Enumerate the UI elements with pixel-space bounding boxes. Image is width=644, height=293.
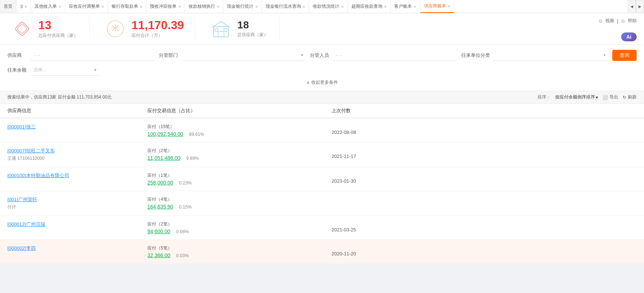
supplier-link-1[interactable]: [000001]张三 <box>7 124 36 130</box>
stat-payable-suppliers: 13 总应付供应商（家） <box>7 18 90 40</box>
stat-total-suppliers-content: 18 总供应商（家） <box>237 20 268 38</box>
nav-tab-receipt-verify[interactable]: 收款核销执行 × <box>185 0 223 13</box>
transaction-info-5: 应付（2笔） 94,600.00 0.08% <box>147 221 332 234</box>
filter-section: 供应商 ··· 分管部门 ▾ 分管人员 ··· 往来单位分类 ▾ <box>0 45 644 91</box>
close-icon[interactable]: × <box>414 4 416 9</box>
filter-balance-placeholder: 选择... <box>34 67 46 73</box>
supplier-link-2[interactable]: [000007]恒旺二手叉车 <box>7 148 55 154</box>
filter-unit-category-input[interactable]: ▾ <box>493 50 609 61</box>
collapse-btn-label: 收起更多条件 <box>311 79 338 86</box>
supplier-code-6: [000002] <box>7 245 26 251</box>
nav-tab-3[interactable]: 3 × <box>17 0 31 13</box>
trans-amount-6[interactable]: 32,366.00 <box>147 252 170 258</box>
stat-total-suppliers-label: 总供应商（家） <box>237 32 268 38</box>
help-link[interactable]: 帮助 <box>628 18 637 24</box>
supplier-link-4[interactable]: [001]广州荣轩 <box>7 197 37 202</box>
store-icon <box>210 18 232 40</box>
close-icon[interactable]: × <box>178 4 181 9</box>
filter-person-dots: ··· <box>336 52 343 59</box>
ai-button[interactable]: Ai <box>621 32 637 41</box>
close-icon[interactable]: × <box>303 4 305 9</box>
supplier-name-3: 本特勤油品有限公司 <box>26 173 69 178</box>
stat-payable-amount: 米 11,170.39 应付合计（万） <box>101 18 195 40</box>
col-header-transaction: 应付交易信息（占比） <box>147 107 332 114</box>
nav-tab-customer-ledger[interactable]: 客户账本 × <box>391 0 420 13</box>
chevron-down-icon: ▾ <box>603 53 606 58</box>
table-row: [000007]恒旺二手叉车 王通 17106110000 应付（2笔） 11,… <box>0 142 644 167</box>
refresh-btn-label: 刷新 <box>628 94 637 100</box>
filter-person-input[interactable]: ··· <box>333 50 458 61</box>
filter-balance-input[interactable]: 选择... ▾ <box>31 65 99 76</box>
filter-balance-label: 往来余额 <box>7 67 28 73</box>
trans-amount-3[interactable]: 258,000.00 <box>147 180 173 186</box>
supplier-link-5[interactable]: [000012]广州贝瑞 <box>7 221 45 227</box>
table-body: [000001]张三 应付（15笔） 100,092,540.00 89.61%… <box>0 118 644 264</box>
close-icon[interactable]: × <box>217 4 219 9</box>
close-icon[interactable]: × <box>102 4 104 9</box>
collapse-button[interactable]: ∧ 收起更多条件 <box>7 79 637 86</box>
supplier-link-3[interactable]: [000100]本特勤油品有限公司 <box>7 173 69 178</box>
diamond-icon <box>11 18 33 40</box>
separator: | <box>617 18 618 24</box>
close-icon[interactable]: × <box>384 4 386 9</box>
supplier-name-4: 广州荣轩 <box>18 197 37 202</box>
export-button[interactable]: ⬜ 导出 <box>602 94 618 100</box>
nav-arrow-left[interactable]: ◀ <box>628 0 636 13</box>
video-link[interactable]: 视频 <box>605 18 614 24</box>
last-payment-1: 2022-08-08 <box>332 124 637 135</box>
close-icon[interactable]: × <box>59 4 61 9</box>
chevron-down-icon: ▾ <box>596 95 598 100</box>
trans-pct-3: 0.23% <box>179 180 192 186</box>
supplier-sub-2: 王通 17106110000 <box>7 155 147 162</box>
stat-total-suppliers-number: 18 <box>237 20 268 30</box>
filter-department-input[interactable]: ▾ <box>182 50 307 61</box>
nav-tab-home-label: 首页 <box>4 3 13 10</box>
supplier-code-4: [001] <box>7 197 18 202</box>
table-row: [000100]本特勤油品有限公司 应付（1笔） 258,000.00 0.23… <box>0 167 644 191</box>
refresh-button[interactable]: ↻ 刷新 <box>623 94 637 100</box>
nav-tab-bank-deposit[interactable]: 银行存取款单 × <box>108 0 146 13</box>
nav-tab-receipt-stat[interactable]: 收款情况统计 × <box>309 0 347 13</box>
supplier-info-4: [001]广州荣轩 仔仔 <box>7 196 147 210</box>
close-icon[interactable]: × <box>25 4 27 9</box>
supplier-name-2: 恒旺二手叉车 <box>26 148 55 154</box>
nav-tab-supplier-ledger[interactable]: 供应商账本 × <box>420 0 454 13</box>
filter-person-label: 分管人员 <box>310 52 330 59</box>
table-header: 供应商信息 应付交易信息（占比） 上次付数 <box>0 104 644 118</box>
nav-tab-home[interactable]: 首页 <box>0 0 17 13</box>
supplier-link-6[interactable]: [000002]李四 <box>7 245 36 251</box>
nav-tab-receipt-verify-label: 收款核销执行 <box>189 3 215 10</box>
trans-amount-2[interactable]: 11,051,486.00 <box>147 155 181 161</box>
sort-select[interactable]: 按应付余额倒序排序 ▾ <box>555 94 598 100</box>
trans-label-5: 应付（2笔） <box>147 221 332 227</box>
table-row: [000001]张三 应付（15笔） 100,092,540.00 89.61%… <box>0 118 644 142</box>
nav-tab-ar-ap-adjust[interactable]: 应收应付调整单 × <box>65 0 108 13</box>
trans-amount-5[interactable]: 94,600.00 <box>147 228 170 234</box>
trans-amount-4[interactable]: 164,635.90 <box>147 204 173 210</box>
trans-amount-1[interactable]: 100,092,540.00 <box>147 131 183 137</box>
nav-tab-cash-bank-stat[interactable]: 现金银行统计 × <box>223 0 262 13</box>
filter-department: 分管部门 ▾ <box>159 50 307 61</box>
stat-total-suppliers: 18 总供应商（家） <box>206 18 280 40</box>
nav-tab-cash-bank-flow[interactable]: 现金银行流水查询 × <box>262 0 309 13</box>
trans-pct-4: 0.15% <box>179 204 192 210</box>
trans-pct-1: 89.61% <box>189 132 204 137</box>
query-button[interactable]: 查询 <box>612 50 637 61</box>
nav-arrow-right[interactable]: ▶ <box>636 0 644 13</box>
close-icon[interactable]: × <box>341 4 343 9</box>
trans-label-4: 应付（4笔） <box>147 196 332 203</box>
close-icon[interactable]: × <box>255 4 258 9</box>
chevron-up-icon: ∧ <box>307 80 310 85</box>
close-icon[interactable]: × <box>448 4 450 8</box>
supplier-info-2: [000007]恒旺二手叉车 王通 17106110000 <box>7 148 147 162</box>
nav-tab-pre-receive[interactable]: 预收冲应收单 × <box>146 0 185 13</box>
close-icon[interactable]: × <box>140 4 142 9</box>
nav-tab-other-income-label: 其他收入单 <box>35 3 57 10</box>
filter-supplier-input[interactable]: ··· <box>31 50 155 61</box>
table-row: [000002]李四 应付（5笔） 32,366.00 0.03% 2020-1… <box>0 240 644 264</box>
svg-text:米: 米 <box>111 24 119 33</box>
nav-tab-overdue-ar[interactable]: 超期应收款查询 × <box>348 0 391 13</box>
filter-department-label: 分管部门 <box>159 52 179 59</box>
last-payment-5: 2021-03-25 <box>332 221 637 232</box>
nav-tab-other-income[interactable]: 其他收入单 × <box>31 0 65 13</box>
